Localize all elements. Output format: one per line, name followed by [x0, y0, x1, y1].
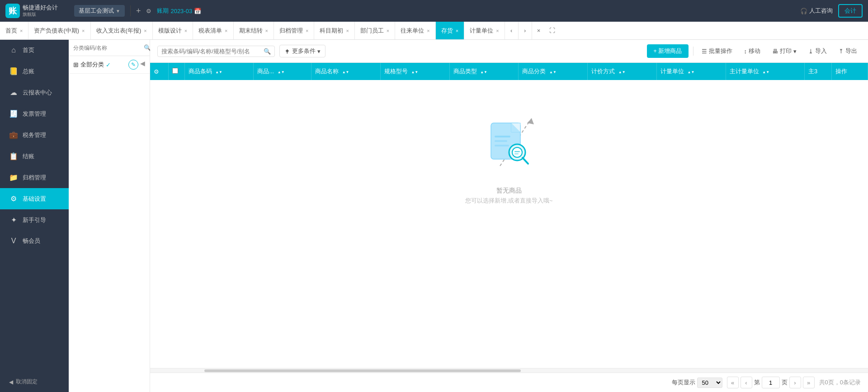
sidebar-item-archive[interactable]: 📁 归档管理	[0, 167, 69, 188]
page-first-btn[interactable]: «	[727, 377, 739, 388]
add-product-btn[interactable]: + 新增商品	[647, 44, 688, 58]
sort-spec-icon[interactable]: ▲▼	[411, 71, 418, 74]
sidebar-item-home-label: 首页	[23, 46, 34, 54]
tab-tax[interactable]: 税表清单 ×	[193, 22, 233, 40]
tab-template-close[interactable]: ×	[184, 28, 187, 33]
tab-archive[interactable]: 归档管理 ×	[274, 22, 314, 40]
tab-close-all[interactable]: ×	[532, 22, 546, 40]
unpin-btn[interactable]: ◀ 取消固定	[0, 372, 69, 392]
table-scroll-thumb[interactable]	[204, 369, 521, 372]
logo-icon: 账	[5, 4, 20, 18]
tab-income[interactable]: 收入支出表(年报) ×	[91, 22, 153, 40]
toolbar: 🔍 ⧪ 更多条件 ▾ + 新增商品 ☰ 批量操作 ↕	[150, 40, 868, 63]
account-button[interactable]: 会计	[838, 4, 863, 18]
period-label: 账期	[157, 7, 169, 15]
page-size-dropdown[interactable]: 10 20 50 100	[697, 378, 722, 388]
col-code: 商品... ▲▼	[254, 63, 311, 80]
tab-inventory[interactable]: 存货 ×	[436, 22, 464, 40]
filter-btn[interactable]: ⧪ 更多条件 ▾	[279, 45, 326, 57]
add-tab-icon[interactable]: +	[136, 6, 141, 16]
sort-type-icon[interactable]: ▲▼	[480, 71, 487, 74]
col-price-method-label: 计价方式	[591, 68, 615, 75]
tab-subject-close[interactable]: ×	[346, 28, 349, 33]
unpin-icon: ◀	[9, 379, 13, 385]
calendar-icon[interactable]: 📅	[194, 8, 201, 14]
tab-balance[interactable]: 资产负债表(中期) ×	[28, 22, 90, 40]
sort-barcode-icon[interactable]: ▲▼	[215, 71, 222, 74]
tab-inventory-close[interactable]: ×	[456, 28, 458, 33]
sort-category-icon[interactable]: ▲▼	[549, 71, 557, 74]
tab-template[interactable]: 模版设计 ×	[153, 22, 193, 40]
col-unit: 计量单位 ▲▼	[656, 63, 726, 80]
tab-nav-prev[interactable]: ‹	[505, 22, 519, 40]
search-icon[interactable]: 🔍	[264, 48, 271, 55]
print-btn[interactable]: 🖶 打印 ▾	[769, 45, 800, 57]
sort-name-icon[interactable]: ▲▼	[342, 71, 349, 74]
sidebar-item-member[interactable]: V 畅会员	[0, 231, 69, 251]
empty-doc-svg	[486, 118, 532, 168]
sidebar-item-ledger-label: 总账	[23, 67, 34, 76]
sidebar-item-cloud-reports[interactable]: ☁ 云报表中心	[0, 82, 69, 103]
page-last-btn[interactable]: »	[803, 377, 815, 388]
tab-subject[interactable]: 科目期初 ×	[314, 22, 354, 40]
move-btn[interactable]: ↕ 移动	[741, 45, 764, 57]
sidebar-item-settlement[interactable]: 📋 结账	[0, 146, 69, 167]
tab-period-end-close[interactable]: ×	[265, 28, 268, 33]
sidebar-item-basic[interactable]: ⚙ 基础设置	[0, 188, 69, 209]
tab-balance-close[interactable]: ×	[82, 28, 85, 33]
tab-partner[interactable]: 往来单位 ×	[395, 22, 435, 40]
col-barcode: 商品条码 ▲▼	[184, 63, 254, 80]
page-next-btn[interactable]: ›	[789, 377, 801, 388]
tab-home-close[interactable]: ×	[20, 28, 23, 33]
col-checkbox[interactable]	[168, 63, 184, 80]
settings-icon[interactable]: ⚙	[146, 8, 151, 14]
tab-nav-next[interactable]: ›	[519, 22, 532, 40]
page-prev-btn[interactable]: ‹	[741, 377, 752, 388]
tab-dept-close[interactable]: ×	[387, 28, 389, 33]
tab-income-close[interactable]: ×	[144, 28, 146, 33]
select-all-checkbox[interactable]	[172, 68, 178, 74]
col-category-label: 商品分类	[522, 68, 546, 75]
logo-area: 账 畅捷通好会计 旗舰版	[5, 4, 69, 18]
tab-home[interactable]: 首页 ×	[0, 22, 28, 40]
sort-unit-icon[interactable]: ▲▼	[688, 71, 695, 74]
page-number-input[interactable]	[762, 377, 780, 388]
tab-period-end[interactable]: 期末结转 ×	[234, 22, 274, 40]
category-all-btn[interactable]: ⊞ 全部分类 ✓	[73, 61, 111, 69]
tab-unit[interactable]: 计量单位 ×	[464, 22, 505, 40]
import-btn[interactable]: ⤓ 导入	[805, 45, 830, 57]
category-search-input[interactable]	[73, 45, 141, 51]
col-settings[interactable]: ⚙	[150, 63, 168, 80]
sidebar-item-invoice[interactable]: 🧾 发票管理	[0, 103, 69, 124]
tab-archive-close[interactable]: ×	[306, 28, 308, 33]
sidebar-item-ledger[interactable]: 📒 总账	[0, 61, 69, 82]
tab-partner-close[interactable]: ×	[427, 28, 429, 33]
category-edit-btn[interactable]: ✎	[128, 60, 138, 70]
company-tab[interactable]: 基层工会测试 ▼	[74, 5, 125, 17]
table-scrollbar[interactable]	[150, 368, 868, 373]
batch-action-btn[interactable]: ☰ 批量操作	[698, 45, 736, 57]
category-search: 🔍	[69, 40, 150, 56]
tab-archive-label: 归档管理	[279, 27, 303, 35]
tab-expand[interactable]: ⛶	[546, 22, 559, 40]
category-all-label: 全部分类	[80, 61, 104, 69]
tab-tax-close[interactable]: ×	[225, 28, 227, 33]
search-input[interactable]	[161, 48, 261, 55]
category-actions: ✎ ◀	[128, 60, 145, 70]
sidebar-item-tax[interactable]: 💼 税务管理	[0, 124, 69, 146]
member-icon: V	[9, 237, 18, 245]
sidebar-item-settlement-label: 结账	[23, 152, 34, 161]
ai-consult-btn[interactable]: 🎧 人工咨询	[800, 7, 833, 15]
svg-rect-5	[495, 140, 507, 142]
sidebar-item-guide[interactable]: ✦ 新手引导	[0, 209, 69, 231]
tab-dept[interactable]: 部门员工 ×	[355, 22, 395, 40]
sidebar-item-home[interactable]: ⌂ 首页	[0, 40, 69, 61]
tab-unit-close[interactable]: ×	[496, 28, 499, 33]
sort-price-method-icon[interactable]: ▲▼	[618, 71, 626, 74]
sort-main-unit-icon[interactable]: ▲▼	[762, 71, 769, 74]
headphone-icon: 🎧	[800, 8, 807, 14]
empty-subtitle: 您可以选择新增,或者直接导入哦~	[465, 197, 552, 205]
sort-code-icon[interactable]: ▲▼	[278, 71, 285, 74]
export-btn[interactable]: ⤒ 导出	[835, 45, 861, 57]
category-collapse-btn[interactable]: ◀	[140, 60, 145, 70]
